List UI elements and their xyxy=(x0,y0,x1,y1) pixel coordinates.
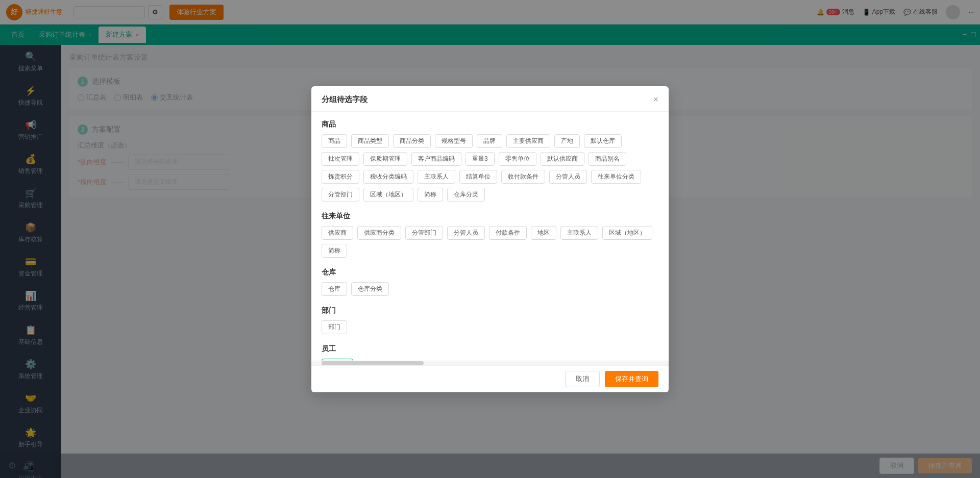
field-tag[interactable]: 默认仓库 xyxy=(584,134,622,148)
field-tag[interactable]: 分管人员 xyxy=(549,170,587,184)
modal-title: 分组待选字段 xyxy=(322,95,368,105)
field-tag[interactable]: 零售单位 xyxy=(499,152,536,166)
field-tag[interactable]: 区域（地区） xyxy=(602,226,652,240)
modal-cancel-btn[interactable]: 取消 xyxy=(565,371,600,387)
field-tag[interactable]: 收付款条件 xyxy=(501,170,545,184)
modal-confirm-btn[interactable]: 保存并查询 xyxy=(605,371,658,387)
field-tag[interactable]: 分管部门 xyxy=(405,226,443,240)
field-group-employee: 员工 业务员 xyxy=(322,344,658,361)
field-tags-warehouse: 仓库仓库分类 xyxy=(322,282,658,296)
field-tag[interactable]: 简称 xyxy=(418,188,443,202)
modal-header: 分组待选字段 × xyxy=(311,86,669,112)
field-tag[interactable]: 主联系人 xyxy=(560,226,598,240)
field-group-product-title: 商品 xyxy=(322,120,658,129)
modal-horizontal-scrollbar[interactable] xyxy=(311,361,669,365)
field-tag[interactable]: 主联系人 xyxy=(418,170,455,184)
field-tag[interactable]: 主要供应商 xyxy=(506,134,550,148)
field-tag[interactable]: 仓库分类 xyxy=(447,188,485,202)
field-tag[interactable]: 部门 xyxy=(322,320,347,334)
field-tag[interactable]: 结算单位 xyxy=(459,170,497,184)
field-tag[interactable]: 批次管理 xyxy=(322,152,359,166)
field-tag[interactable]: 往来单位分类 xyxy=(591,170,641,184)
field-tag[interactable]: 规格型号 xyxy=(435,134,473,148)
field-group-warehouse-title: 仓库 xyxy=(322,268,658,277)
field-tag[interactable]: 仓库 xyxy=(322,282,347,296)
field-group-product: 商品 商品商品类型商品分类规格型号品牌主要供应商产地默认仓库批次管理保质期管理客… xyxy=(322,120,658,202)
field-group-department: 部门 部门 xyxy=(322,306,658,334)
field-tag[interactable]: 供应商 xyxy=(322,226,353,240)
field-tag[interactable]: 商品 xyxy=(322,134,347,148)
field-tag[interactable]: 品牌 xyxy=(477,134,502,148)
modal-overlay: 分组待选字段 × 商品 商品商品类型商品分类规格型号品牌主要供应商产地默认仓库批… xyxy=(0,0,980,478)
scroll-thumb xyxy=(322,361,424,365)
field-tags-product: 商品商品类型商品分类规格型号品牌主要供应商产地默认仓库批次管理保质期管理客户商品… xyxy=(322,134,658,202)
field-tag[interactable]: 客户商品编码 xyxy=(411,152,461,166)
field-tag[interactable]: 税收分类编码 xyxy=(363,170,413,184)
field-tag[interactable]: 仓库分类 xyxy=(351,282,389,296)
field-tag[interactable]: 重量3 xyxy=(465,152,495,166)
modal-footer: 取消 保存并查询 xyxy=(311,365,669,392)
field-tag[interactable]: 供应商分类 xyxy=(357,226,401,240)
field-tag[interactable]: 商品分类 xyxy=(393,134,431,148)
field-tag[interactable]: 地区 xyxy=(531,226,556,240)
field-tag[interactable]: 默认供应商 xyxy=(541,152,584,166)
modal-close-btn[interactable]: × xyxy=(653,94,658,105)
field-tag[interactable]: 简称 xyxy=(322,244,347,258)
field-tags-department: 部门 xyxy=(322,320,658,334)
field-tag[interactable]: 商品别名 xyxy=(589,152,626,166)
field-tag[interactable]: 保质期管理 xyxy=(363,152,407,166)
field-group-counterpart: 往来单位 供应商供应商分类分管部门分管人员付款条件地区主联系人区域（地区）简称 xyxy=(322,212,658,258)
field-group-counterpart-title: 往来单位 xyxy=(322,212,658,221)
field-tag[interactable]: 拣货积分 xyxy=(322,170,359,184)
field-group-employee-title: 员工 xyxy=(322,344,658,354)
field-tag[interactable]: 分管人员 xyxy=(447,226,485,240)
field-tag[interactable]: 商品类型 xyxy=(351,134,389,148)
modal-body: 商品 商品商品类型商品分类规格型号品牌主要供应商产地默认仓库批次管理保质期管理客… xyxy=(311,112,669,361)
field-tag[interactable]: 分管部门 xyxy=(322,188,359,202)
field-tag[interactable]: 产地 xyxy=(554,134,580,148)
field-tag[interactable]: 区域（地区） xyxy=(363,188,413,202)
field-group-department-title: 部门 xyxy=(322,306,658,315)
field-tags-counterpart: 供应商供应商分类分管部门分管人员付款条件地区主联系人区域（地区）简称 xyxy=(322,226,658,258)
field-group-warehouse: 仓库 仓库仓库分类 xyxy=(322,268,658,296)
modal-dialog: 分组待选字段 × 商品 商品商品类型商品分类规格型号品牌主要供应商产地默认仓库批… xyxy=(311,86,669,392)
field-tag[interactable]: 付款条件 xyxy=(489,226,527,240)
